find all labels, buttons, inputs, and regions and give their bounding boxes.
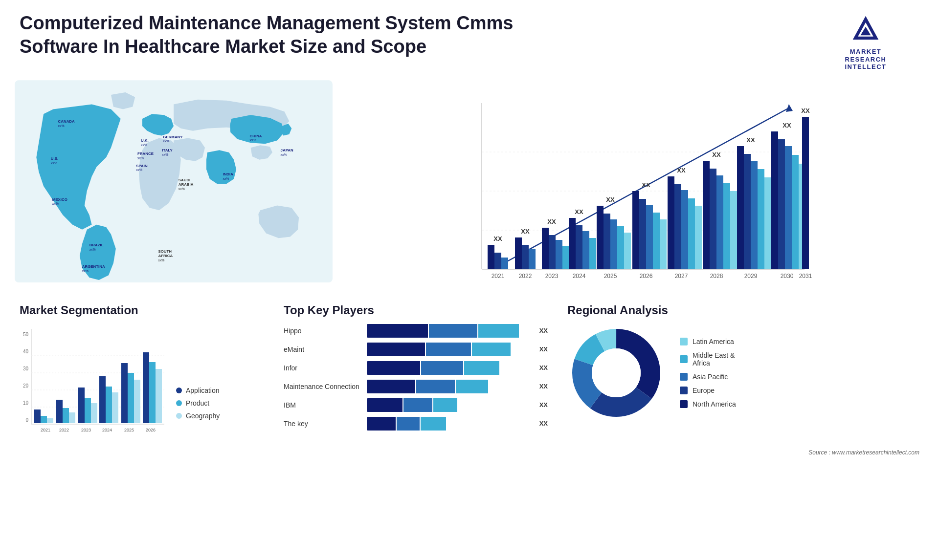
svg-text:2023: 2023 xyxy=(81,428,91,432)
seg-chart-area: 0 10 20 30 40 50 xyxy=(20,324,166,431)
player-bar-seg-3 xyxy=(421,417,447,431)
svg-text:xx%: xx% xyxy=(136,168,142,172)
player-xx-thekey: XX xyxy=(533,420,548,427)
svg-text:XX: XX xyxy=(712,151,721,158)
svg-rect-56 xyxy=(562,246,569,269)
svg-text:XX: XX xyxy=(642,181,650,189)
svg-text:0: 0 xyxy=(25,417,28,423)
regional-legend-latin-america: Latin America xyxy=(680,338,736,345)
player-bar-seg-1 xyxy=(367,343,425,356)
regional-label-latin-america: Latin America xyxy=(693,338,734,345)
regional-label-mea: Middle East &Africa xyxy=(693,351,735,367)
svg-text:INDIA: INDIA xyxy=(223,172,233,176)
world-map-svg: CANADA xx% U.S. xx% MEXICO xx% BRAZIL xx… xyxy=(15,79,333,294)
seg-chart-wrapper: 0 10 20 30 40 50 xyxy=(20,324,264,431)
logo-block: MARKETRESEARCHINTELLECT xyxy=(812,12,919,71)
svg-text:2025: 2025 xyxy=(604,273,617,280)
svg-rect-102 xyxy=(785,146,792,269)
segmentation-section: Market Segmentation 0 10 20 30 40 50 xyxy=(15,303,269,435)
svg-text:ARGENTINA: ARGENTINA xyxy=(82,264,105,269)
svg-text:40: 40 xyxy=(23,349,29,354)
svg-text:20: 20 xyxy=(23,383,29,388)
svg-text:xx%: xx% xyxy=(51,161,57,164)
svg-text:xx%: xx% xyxy=(89,248,96,251)
svg-text:2025: 2025 xyxy=(124,428,134,432)
legend-sq-asia-pacific xyxy=(680,373,688,381)
bar-chart-svg: XX 2021 XX 2022 XX 2023 xyxy=(352,93,915,299)
player-bar-seg-2 xyxy=(421,361,463,375)
svg-text:2023: 2023 xyxy=(545,273,559,280)
player-name-thekey: The key xyxy=(284,420,362,428)
svg-text:xx%: xx% xyxy=(223,177,229,180)
svg-text:CANADA: CANADA xyxy=(58,119,75,124)
regional-legend-asia-pacific: Asia Pacific xyxy=(680,373,736,381)
svg-rect-87 xyxy=(710,169,716,269)
world-map-section: CANADA xx% U.S. xx% MEXICO xx% BRAZIL xx… xyxy=(15,79,333,294)
seg-legend-geography: Geography xyxy=(176,412,220,420)
svg-rect-43 xyxy=(488,245,494,269)
svg-rect-79 xyxy=(668,176,674,269)
svg-rect-132 xyxy=(91,403,97,423)
legend-sq-latin-america xyxy=(680,338,688,345)
svg-text:ARABIA: ARABIA xyxy=(179,182,194,187)
regional-label-north-america: North America xyxy=(693,400,736,408)
svg-rect-68 xyxy=(617,226,624,269)
svg-rect-80 xyxy=(674,184,681,269)
player-row-hippo: Hippo XX xyxy=(284,324,548,338)
main-content: CANADA xx% U.S. xx% MEXICO xx% BRAZIL xx… xyxy=(0,79,939,445)
svg-text:xx%: xx% xyxy=(52,202,59,205)
legend-dot-geography xyxy=(176,413,182,419)
svg-rect-83 xyxy=(695,206,702,269)
svg-text:XX: XX xyxy=(801,107,810,114)
svg-text:MEXICO: MEXICO xyxy=(52,197,67,201)
svg-rect-134 xyxy=(99,376,106,423)
svg-text:U.K.: U.K. xyxy=(141,138,149,143)
svg-rect-61 xyxy=(582,231,589,269)
seg-chart-svg: 0 10 20 30 40 50 xyxy=(20,324,166,436)
page-title: Computerized Maintenance Management Syst… xyxy=(20,12,558,58)
svg-text:xx%: xx% xyxy=(137,156,144,160)
seg-legend-product: Product xyxy=(176,399,220,407)
svg-text:JAPAN: JAPAN xyxy=(281,148,293,152)
svg-text:50: 50 xyxy=(23,332,29,337)
svg-text:XX: XX xyxy=(782,122,791,129)
regional-section: Regional Analysis xyxy=(562,303,924,435)
svg-text:GERMANY: GERMANY xyxy=(163,134,183,139)
svg-text:BRAZIL: BRAZIL xyxy=(89,243,104,247)
svg-text:SOUTH: SOUTH xyxy=(158,249,172,254)
svg-rect-75 xyxy=(653,213,660,269)
seg-legend-label-geography: Geography xyxy=(186,412,220,420)
bar-chart-container: XX 2021 XX 2022 XX 2023 xyxy=(352,84,915,279)
svg-text:XX: XX xyxy=(746,136,755,144)
legend-sq-north-america xyxy=(680,400,688,408)
player-row-infor: Infor XX xyxy=(284,361,548,375)
svg-rect-122 xyxy=(34,409,41,423)
player-bar-seg-3 xyxy=(472,343,511,356)
player-row-emaint: eMaint XX xyxy=(284,343,548,356)
svg-rect-59 xyxy=(569,218,576,269)
regional-title: Regional Analysis xyxy=(567,303,919,317)
players-title: Top Key Players xyxy=(284,303,548,317)
svg-text:10: 10 xyxy=(23,400,29,406)
player-bar-seg-2 xyxy=(416,380,455,393)
svg-text:2026: 2026 xyxy=(146,428,156,432)
svg-rect-130 xyxy=(78,388,85,423)
regional-label-asia-pacific: Asia Pacific xyxy=(693,373,728,381)
svg-text:CHINA: CHINA xyxy=(250,133,262,138)
svg-rect-44 xyxy=(494,253,501,269)
seg-legend-application: Application xyxy=(176,387,220,394)
svg-rect-126 xyxy=(56,400,63,423)
svg-rect-76 xyxy=(660,219,667,269)
svg-text:2022: 2022 xyxy=(519,273,532,280)
player-bar-seg-3 xyxy=(456,380,488,393)
svg-rect-103 xyxy=(792,155,799,269)
player-bar-seg-3 xyxy=(433,398,458,412)
svg-rect-93 xyxy=(737,146,744,269)
seg-legend-label-product: Product xyxy=(186,399,209,407)
svg-text:2028: 2028 xyxy=(710,273,723,280)
seg-legend: Application Product Geography xyxy=(176,387,220,431)
svg-rect-107 xyxy=(802,117,809,269)
legend-dot-application xyxy=(176,388,182,393)
svg-rect-82 xyxy=(688,198,695,269)
svg-text:2031: 2031 xyxy=(799,273,812,280)
